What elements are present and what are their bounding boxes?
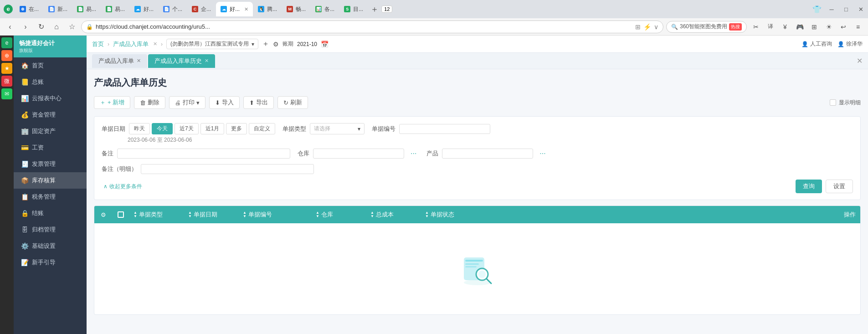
page-tab-list-close[interactable]: ✕ (137, 58, 141, 64)
sidebar-item-fund[interactable]: 💰 资金管理 (14, 107, 87, 123)
sidebar-item-payroll[interactable]: 💳 工资 (14, 139, 87, 156)
th-num[interactable]: ▲▼ 单据编号 (238, 206, 311, 223)
sidebar-item-ledger[interactable]: 📒 总账 (14, 74, 87, 90)
refresh-button[interactable]: ↻ (35, 21, 47, 33)
forward-button[interactable]: › (19, 21, 32, 33)
date-btn-custom[interactable]: 自定义 (249, 123, 275, 134)
date-btn-today[interactable]: 今天 (152, 123, 173, 134)
date-btn-7days[interactable]: 近7天 (175, 123, 199, 134)
query-button[interactable]: 查询 (796, 180, 822, 193)
add-company-button[interactable]: ＋ (262, 39, 269, 49)
back-button[interactable]: ‹ (4, 21, 16, 33)
th-status[interactable]: ▲▼ 单据状态 (421, 206, 475, 223)
company-select[interactable]: (勿删勿禁用）江西服宝测试专用 ▾ (166, 39, 258, 49)
sidebar-item-newbill[interactable]: 📝 新手引导 (14, 254, 87, 271)
collapse-button[interactable]: ∧ 收起更多条件 (102, 181, 144, 192)
sidebar-item-close[interactable]: 🔒 结账 (14, 205, 87, 221)
new-tab-button[interactable]: ＋ (368, 3, 381, 15)
header-checkbox[interactable] (118, 211, 124, 218)
tab-t9[interactable]: 🐧 腾... (253, 2, 282, 16)
detail-note-input[interactable] (141, 164, 314, 174)
user-service-btn[interactable]: 👤 人工咨询 (801, 40, 832, 48)
breadcrumb-home[interactable]: 首页 (92, 40, 104, 48)
app-icon-1[interactable]: e (1, 37, 12, 48)
date-btn-yesterday[interactable]: 昨天 (129, 123, 150, 134)
shirt-icon[interactable]: 👕 (812, 4, 822, 15)
theme-tool[interactable]: ☀ (822, 21, 835, 33)
address-dropdown-icon[interactable]: ∨ (654, 23, 658, 31)
show-cols-checkbox[interactable] (830, 99, 836, 106)
browser-app-icon[interactable]: e (2, 3, 15, 15)
import-button[interactable]: ⬇ 导入 (209, 96, 240, 109)
sidebar-item-invoice[interactable]: 🧾 发票管理 (14, 156, 87, 172)
th-check[interactable] (113, 206, 129, 223)
delete-button[interactable]: 🗑 删除 (134, 96, 165, 109)
breadcrumb-tab1[interactable]: 产成品入库单 (113, 40, 149, 48)
export-button[interactable]: ⬆ 导出 (243, 96, 274, 109)
warehouse-picker-icon[interactable]: ··· (408, 149, 419, 158)
page-tab-list[interactable]: 产成品入库单 ✕ (92, 54, 147, 68)
company-settings-icon[interactable]: ⚙ (273, 41, 279, 48)
product-filter-input[interactable] (442, 149, 533, 159)
app-icon-5[interactable]: ✉ (1, 88, 12, 99)
tab-t6[interactable]: 📄 个... (159, 2, 187, 16)
sidebar-item-report[interactable]: 📊 云报表中心 (14, 90, 87, 107)
home-button[interactable]: ⌂ (50, 21, 63, 33)
num-filter-input[interactable] (399, 124, 490, 134)
close-button[interactable]: ✕ (855, 4, 866, 15)
user-name-btn[interactable]: 👤 徐泽华 (837, 40, 863, 48)
bookmark-button[interactable]: ☆ (66, 21, 78, 33)
tab-t3[interactable]: 📄 易... (72, 2, 101, 16)
page-tab-history[interactable]: 产成品入库单历史 ✕ (148, 54, 215, 68)
translate-tool[interactable]: 译 (764, 21, 777, 33)
tab-t11[interactable]: 📊 各... (311, 2, 339, 16)
grid-tool[interactable]: ⊞ (808, 21, 821, 33)
app-icon-2[interactable]: ⊕ (1, 50, 12, 61)
th-warehouse[interactable]: ▲▼ 仓库 (311, 206, 366, 223)
undo-tool[interactable]: ↩ (837, 21, 850, 33)
tab-close-t8[interactable]: ✕ (244, 6, 248, 12)
th-type[interactable]: ▲▼ 单据类型 (129, 206, 184, 223)
sidebar-item-basic[interactable]: ⚙️ 基础设置 (14, 238, 87, 254)
minimize-button[interactable]: ─ (826, 4, 837, 15)
tab-t7[interactable]: C 企... (187, 2, 216, 16)
scissors-tool[interactable]: ✂ (750, 21, 762, 33)
th-settings[interactable]: ⚙ (94, 206, 113, 223)
tab-t5[interactable]: ☁ 好... (130, 2, 158, 16)
tab-t1[interactable]: ⊕ 在... (15, 2, 43, 16)
app-icon-3[interactable]: ★ (1, 63, 12, 74)
warehouse-filter-input[interactable] (313, 149, 404, 159)
sidebar-item-tax[interactable]: 📋 税务管理 (14, 189, 87, 205)
sidebar-item-inventory[interactable]: 📦 库存核算 (14, 172, 87, 189)
tab-t10[interactable]: M 畅... (282, 2, 310, 16)
address-bar[interactable]: 🔒 https://cloud.chanjet.com/accounting/u… (81, 21, 663, 33)
filter-settings-button[interactable]: 设置 (826, 180, 853, 193)
panel-close-button[interactable]: ✕ (857, 57, 863, 65)
game-tool[interactable]: 🎮 (793, 21, 806, 33)
breadcrumb-tab1-close[interactable]: ✕ (153, 41, 157, 47)
sidebar-item-asset[interactable]: 🏢 固定资产 (14, 123, 87, 139)
product-picker-icon[interactable]: ··· (537, 149, 548, 158)
date-btn-more[interactable]: 更多 (226, 123, 247, 134)
date-btn-1month[interactable]: 近1月 (200, 123, 225, 134)
new-button[interactable]: ＋ + 新增 (94, 96, 130, 109)
maximize-button[interactable]: □ (841, 4, 852, 15)
calendar-icon[interactable]: 📅 (321, 41, 329, 48)
settings-tool[interactable]: ≡ (852, 21, 864, 33)
page-tab-history-close[interactable]: ✕ (205, 58, 209, 64)
sidebar-item-home[interactable]: 🏠 首页 (14, 57, 87, 74)
th-cost[interactable]: ▲▼ 总成本 (366, 206, 421, 223)
print-button[interactable]: 🖨 打印 ▾ (169, 96, 205, 109)
tab-t2[interactable]: 📄 新... (44, 2, 72, 16)
app-icon-4[interactable]: 微 (1, 76, 12, 87)
note-filter-input[interactable] (117, 149, 290, 159)
tab-t4[interactable]: 📄 易... (101, 2, 129, 16)
tab-t12[interactable]: S 目... (339, 2, 368, 16)
tab-t8[interactable]: ☁ 好... ✕ (216, 2, 253, 16)
currency-tool[interactable]: ¥ (779, 21, 791, 33)
th-date[interactable]: ▲▼ 单据日期 (184, 206, 238, 223)
sidebar-item-archive[interactable]: 🗄 归档管理 (14, 221, 87, 238)
type-filter-select[interactable]: 请选择 ▾ (310, 123, 365, 134)
search-bar[interactable]: 🔍 360智能抠图免费用 热搜 (666, 21, 747, 33)
refresh-action-button[interactable]: ↻ 刷新 (277, 96, 308, 109)
